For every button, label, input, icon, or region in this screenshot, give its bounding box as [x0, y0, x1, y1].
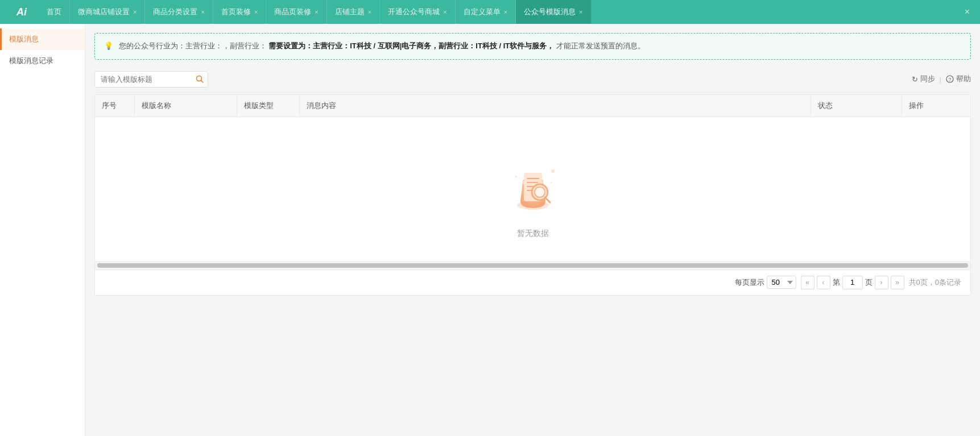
page-nav: « ‹ 第 页 › » — [801, 276, 904, 289]
main-layout: 模版消息模版消息记录 💡 您的公众号行业为：主营行业：，副营行业： 需要设置为：… — [0, 24, 980, 436]
table-col-模版名称: 模版名称 — [135, 95, 237, 117]
table-col-序号: 序号 — [95, 95, 135, 117]
search-input-wrap — [94, 71, 208, 88]
first-page-button[interactable]: « — [801, 276, 814, 289]
notice-box: 💡 您的公众号行业为：主营行业：，副营行业： 需要设置为：主营行业：IT科技 /… — [94, 33, 971, 60]
next-page-button[interactable]: › — [875, 276, 888, 289]
notice-suffix: 才能正常发送预置的消息。 — [556, 41, 645, 50]
help-icon: ? — [946, 75, 954, 83]
scrollbar-thumb[interactable] — [97, 263, 968, 268]
toolbar-divider: | — [940, 75, 941, 84]
svg-point-17 — [550, 181, 552, 184]
tab-close-自定义菜单[interactable]: × — [504, 9, 507, 15]
tab-close-店铺主题[interactable]: × — [368, 9, 371, 15]
sidebar: 模版消息模版消息记录 — [0, 24, 85, 436]
table-col-状态: 状态 — [811, 95, 902, 117]
main-content: 💡 您的公众号行业为：主营行业：，副营行业： 需要设置为：主营行业：IT科技 /… — [85, 24, 980, 436]
sync-button[interactable]: ↻ 同步 — [912, 74, 935, 84]
sync-label: 同步 — [920, 74, 935, 84]
page-suffix: 页 — [865, 277, 873, 288]
logo: Ai — [5, 0, 39, 24]
table-header: 序号模版名称模版类型消息内容状态操作 — [95, 95, 970, 117]
nav-tab-公众号模版消息[interactable]: 公众号模版消息× — [516, 0, 591, 24]
svg-line-14 — [545, 197, 550, 202]
tab-close-公众号模版消息[interactable]: × — [579, 9, 582, 15]
table-wrap: 序号模版名称模版类型消息内容状态操作 — [94, 94, 971, 296]
nav-tab-首页[interactable]: 首页 — [39, 0, 70, 24]
nav-tab-商品分类设置[interactable]: 商品分类设置× — [145, 0, 213, 24]
nav-tabs: 首页微商城店铺设置×商品分类设置×首页装修×商品页装修×店铺主题×开通公众号商城… — [39, 0, 959, 24]
close-all-button[interactable]: × — [959, 7, 975, 17]
total-info: 共0页，0条记录 — [909, 277, 961, 288]
search-left — [94, 71, 208, 88]
notice-prefix: 您的公众号行业为：主营行业：，副营行业： — [119, 41, 267, 50]
scrollbar-row[interactable] — [95, 261, 970, 269]
page-label: 第 — [833, 277, 840, 288]
svg-point-15 — [551, 169, 555, 173]
page-size-select: 每页显示 102050100 — [735, 276, 796, 289]
svg-text:?: ? — [948, 77, 951, 82]
pagination: 每页显示 102050100 « ‹ 第 页 › » 共0页，0条记录 — [95, 269, 970, 295]
tab-close-开通公众号商城[interactable]: × — [443, 9, 446, 15]
nav-tab-商品页装修[interactable]: 商品页装修× — [266, 0, 326, 24]
tab-close-首页装修[interactable]: × — [254, 9, 258, 15]
empty-text: 暂无数据 — [517, 229, 549, 239]
tab-close-商品分类设置[interactable]: × — [201, 9, 204, 15]
table-col-消息内容: 消息内容 — [300, 95, 811, 117]
search-icon — [196, 75, 204, 83]
nav-tab-首页装修[interactable]: 首页装修× — [213, 0, 266, 24]
svg-point-16 — [515, 176, 517, 178]
scrollbar-track[interactable] — [97, 263, 968, 268]
notice-highlight: 需要设置为：主营行业：IT科技 / 互联网|电子商务，副营行业：IT科技 / I… — [268, 41, 554, 50]
search-button[interactable] — [196, 75, 204, 83]
prev-page-button[interactable]: ‹ — [817, 276, 830, 289]
search-bar: ↻ 同步 | ? 帮助 — [94, 71, 971, 88]
svg-line-1 — [201, 81, 204, 83]
nav-tab-店铺主题[interactable]: 店铺主题× — [327, 0, 380, 24]
sync-icon: ↻ — [912, 75, 918, 84]
page-size-label: 每页显示 — [735, 277, 764, 288]
help-label: 帮助 — [956, 74, 971, 84]
page-size-dropdown[interactable]: 102050100 — [767, 276, 796, 289]
page-input[interactable] — [842, 276, 863, 289]
empty-icon — [499, 151, 567, 219]
search-right: ↻ 同步 | ? 帮助 — [912, 74, 971, 84]
notice-icon: 💡 — [104, 41, 113, 50]
nav-tab-自定义菜单[interactable]: 自定义菜单× — [456, 0, 516, 24]
nav-tab-开通公众号商城[interactable]: 开通公众号商城× — [380, 0, 455, 24]
logo-text: Ai — [16, 6, 27, 18]
tab-close-商品页装修[interactable]: × — [315, 9, 318, 15]
top-nav: Ai 首页微商城店铺设置×商品分类设置×首页装修×商品页装修×店铺主题×开通公众… — [0, 0, 980, 24]
tab-close-微商城店铺设置[interactable]: × — [133, 9, 137, 15]
last-page-button[interactable]: » — [891, 276, 904, 289]
sidebar-item-模版消息记录[interactable]: 模版消息记录 — [0, 50, 85, 72]
help-button[interactable]: ? 帮助 — [946, 74, 971, 84]
nav-tab-微商城店铺设置[interactable]: 微商城店铺设置× — [70, 0, 145, 24]
table-col-模版类型: 模版类型 — [237, 95, 300, 117]
search-input[interactable] — [94, 71, 208, 88]
sidebar-item-模版消息[interactable]: 模版消息 — [0, 28, 85, 50]
empty-state: 暂无数据 — [95, 117, 970, 261]
table-col-操作: 操作 — [902, 95, 970, 117]
